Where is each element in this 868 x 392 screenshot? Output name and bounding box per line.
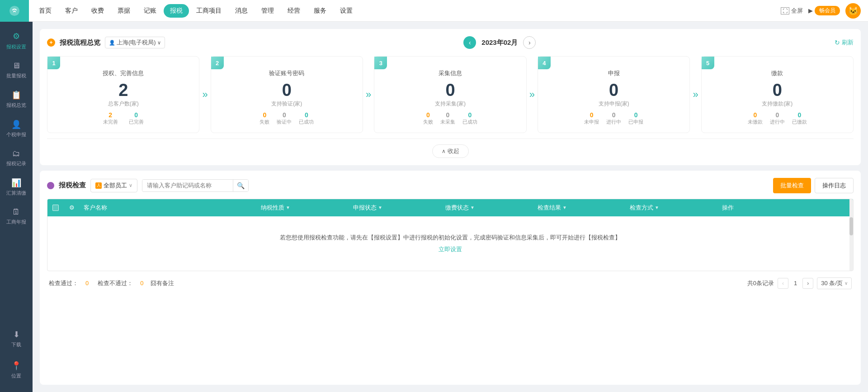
step-3-count: 0: [380, 81, 520, 100]
step-1-name: 授权、完善信息: [53, 69, 193, 77]
avatar[interactable]: 🐱: [845, 3, 861, 19]
nav-item-message[interactable]: 消息: [229, 4, 254, 18]
footer-right: 共0条记录 ‹ 1 › 30 条/页 ∨: [747, 277, 852, 289]
fullscreen-button[interactable]: ⛶ 全屏: [781, 7, 803, 15]
tax-overview-icon: 📋: [11, 90, 21, 100]
step-3-num: 3: [374, 57, 387, 69]
step-2-stat-2: 0 已成功: [299, 111, 314, 125]
th-declare-status[interactable]: 申报状态 ▼: [349, 199, 442, 216]
summary-panel: + 报税流程总览 👤 上海(电子税局) ∨ ‹ 2023年02月 › ↻ 刷新: [40, 29, 861, 165]
search-button[interactable]: 🔍: [233, 180, 248, 191]
employee-icon: 人: [95, 182, 102, 189]
logo: [0, 0, 29, 22]
step-2-card: 2 验证账号密码 0 支持验证(家) 0 失败 0 验证中: [211, 56, 363, 133]
step-4-card: 4 申报 0 支持申报(家) 0 未申报 0 进行中: [538, 56, 690, 133]
scrollbar-track[interactable]: [849, 199, 853, 271]
sidebar-item-location[interactable]: 📍 位置: [9, 356, 23, 384]
th-gear[interactable]: ⚙: [64, 200, 80, 215]
nav-right: ⛶ 全屏 ▶ 畅会员 🐱: [781, 3, 868, 19]
sidebar-item-annual-tax[interactable]: 📊 汇算清缴: [0, 173, 33, 201]
table-wrap: ⚙ 客户名称 纳税性质 ▼ 申报状态 ▼ 缴费状态 ▼ 检查结果 ▼ 检查方式 …: [47, 199, 854, 271]
employee-filter[interactable]: 人 全部员工 ∨: [90, 179, 137, 192]
fail-count[interactable]: 0: [140, 280, 143, 287]
step-5-unit: 支持缴款(家): [707, 100, 848, 108]
setup-link[interactable]: 立即设置: [439, 244, 462, 255]
note-label: 囧有备注: [151, 279, 174, 287]
collapse-button[interactable]: ∧ 收起: [432, 144, 469, 158]
vip-button[interactable]: ▶ 畅会员: [808, 6, 840, 15]
page-nav: ‹ 1 ›: [778, 278, 813, 289]
sidebar-item-personal-tax[interactable]: 👤 个税申报: [0, 115, 33, 143]
next-month-button[interactable]: ›: [523, 36, 536, 49]
prev-page-button[interactable]: ‹: [778, 278, 788, 289]
step-4-count: 0: [543, 81, 684, 100]
steps-row: 1 授权、完善信息 2 总客户数(家) 2 未完善 0 已完善: [47, 56, 854, 133]
step-4-stat-0: 0 未申报: [584, 111, 599, 125]
batch-check-button[interactable]: 批量检查: [773, 178, 811, 193]
step-2-stat-1: 0 验证中: [277, 111, 292, 125]
refresh-icon: ↻: [835, 39, 840, 46]
personal-tax-icon: 👤: [11, 120, 21, 129]
location-icon: 📍: [11, 361, 21, 371]
arrow-3: »: [527, 56, 538, 133]
summary-title: 报税流程总览: [60, 38, 100, 47]
nav-item-tax[interactable]: 报税: [164, 4, 189, 18]
next-page-button[interactable]: ›: [802, 278, 813, 289]
th-checkbox[interactable]: [47, 200, 64, 215]
prev-month-button[interactable]: ‹: [463, 36, 476, 49]
sidebar-item-tax-settings[interactable]: ⚙ 报税设置: [0, 26, 33, 55]
arrow-1: »: [199, 56, 210, 133]
nav-item-bookkeeping[interactable]: 记账: [137, 4, 163, 18]
location-selector[interactable]: 👤 上海(电子税局) ∨: [105, 37, 165, 48]
step-2-num: 2: [211, 57, 224, 69]
pass-count[interactable]: 0: [85, 280, 89, 287]
search-input[interactable]: [142, 180, 233, 191]
nav-item-invoice[interactable]: 票据: [111, 4, 137, 18]
step-3-card: 3 采集信息 0 支持采集(家) 0 失败 0 未采集: [374, 56, 526, 133]
th-pay-status[interactable]: 缴费状态 ▼: [442, 199, 534, 216]
tax-check-panel: 报税检查 人 全部员工 ∨ 🔍 批量检查 操作日志: [40, 171, 861, 385]
table-footer: 检查通过： 0 检查不通过： 0 囧有备注 共0条记录 ‹ 1 › 30 条/页…: [47, 273, 854, 294]
sidebar-item-download[interactable]: ⬇ 下载: [9, 325, 23, 353]
nav-item-operation[interactable]: 经营: [281, 4, 307, 18]
chevron-up-icon: ∧: [442, 148, 446, 154]
table-empty-state: 若您想使用报税检查功能，请先在【报税设置】中进行报税的初始化设置，完成密码验证和…: [47, 216, 853, 271]
th-check-method[interactable]: 检查方式 ▼: [626, 199, 718, 216]
sidebar-item-tax-record[interactable]: 🗂 报税记录: [0, 144, 33, 172]
step-3-name: 采集信息: [380, 69, 520, 77]
step-1-stat-1: 0 已完善: [129, 111, 144, 125]
nav-item-fee[interactable]: 收费: [85, 4, 110, 18]
nav-item-manage[interactable]: 管理: [255, 4, 280, 18]
sidebar-item-business-report[interactable]: 🗓 工商年报: [0, 203, 33, 230]
operation-log-button[interactable]: 操作日志: [815, 178, 854, 193]
step-3-stats: 0 失败 0 未采集 0 已成功: [380, 111, 520, 125]
step-4-stats: 0 未申报 0 进行中 0 已申报: [543, 111, 684, 125]
empty-message: 若您想使用报税检查功能，请先在【报税设置】中进行报税的初始化设置，完成密码验证和…: [280, 232, 621, 244]
step-4-stat-1: 0 进行中: [606, 111, 621, 125]
refresh-button[interactable]: ↻ 刷新: [835, 38, 854, 47]
th-tax-nature[interactable]: 纳税性质 ▼: [257, 199, 349, 216]
scrollbar-thumb[interactable]: [849, 217, 853, 235]
fail-label: 检查不通过：: [98, 279, 133, 287]
th-customer-name: 客户名称: [80, 199, 257, 216]
business-report-icon: 🗓: [12, 207, 20, 217]
step-4-unit: 支持申报(家): [543, 100, 684, 108]
per-page-select[interactable]: 30 条/页 ∨: [817, 277, 852, 289]
sidebar-item-tax-overview[interactable]: 📋 报税总览: [0, 86, 33, 113]
step-2-name: 验证账号密码: [217, 69, 357, 77]
tax-record-icon: 🗂: [12, 149, 20, 158]
download-icon: ⬇: [13, 330, 20, 339]
chevron-down-icon: ∨: [129, 182, 132, 188]
nav-item-business[interactable]: 工商项目: [190, 4, 228, 18]
nav-item-home[interactable]: 首页: [33, 4, 58, 18]
nav-item-service[interactable]: 服务: [307, 4, 333, 18]
th-check-result[interactable]: 检查结果 ▼: [534, 199, 626, 216]
step-2-stats: 0 失败 0 验证中 0 已成功: [217, 111, 357, 125]
nav-item-settings[interactable]: 设置: [334, 4, 359, 18]
total-records: 共0条记录: [747, 279, 774, 287]
sidebar-item-batch-tax[interactable]: 🖥 批量报税: [0, 57, 33, 84]
step-1-stat-0: 2 未完善: [103, 111, 118, 125]
step-3-stat-1: 0 未采集: [440, 111, 455, 125]
step-2-count: 0: [217, 81, 357, 100]
nav-item-customer[interactable]: 客户: [59, 4, 84, 18]
